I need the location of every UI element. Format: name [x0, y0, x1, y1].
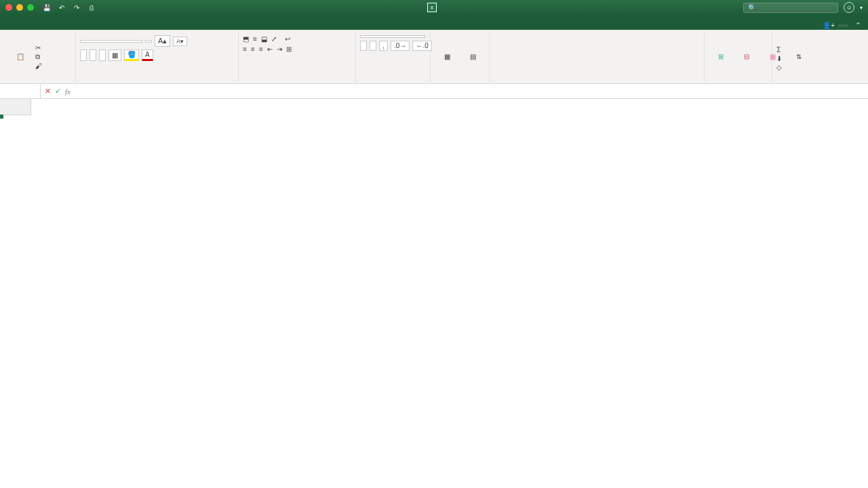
ribbon-group-clipboard: 📋 ✂ ⧉ 🖌: [4, 33, 76, 82]
feedback-icon[interactable]: ☺: [844, 2, 854, 13]
wrap-text-button[interactable]: ↩: [285, 35, 292, 43]
merge-center-button[interactable]: ⊞: [286, 45, 294, 53]
save-icon[interactable]: 💾: [42, 3, 52, 12]
decrease-font-button[interactable]: A▾: [173, 37, 187, 46]
clear-button[interactable]: ◇: [776, 64, 784, 71]
fill-button[interactable]: ⬇: [776, 55, 784, 62]
ribbon-group-editing: Σ ⬇ ◇ ⇅: [772, 33, 864, 82]
titlebar: 💾 ↶ ↷ ⎙ X 🔍 ☺ ▾: [0, 0, 868, 15]
increase-font-button[interactable]: A▴: [155, 35, 170, 47]
orientation-button[interactable]: ⤢: [271, 35, 277, 43]
align-bottom-button[interactable]: ⬓: [261, 35, 267, 43]
italic-button[interactable]: [90, 49, 96, 61]
align-center-button[interactable]: ≡: [251, 45, 255, 53]
ribbon-group-styles-buttons: ▦ ▤: [431, 33, 490, 82]
share-button[interactable]: [837, 24, 848, 27]
indent-increase-button[interactable]: ⇥: [277, 45, 282, 53]
cancel-formula-icon[interactable]: ✕: [45, 87, 51, 96]
insert-cells-button[interactable]: ⊞: [709, 45, 733, 68]
feedback-dropdown-icon[interactable]: ▾: [860, 5, 863, 11]
undo-icon[interactable]: ↶: [57, 3, 66, 12]
decrease-decimal-button[interactable]: ←.0: [412, 41, 431, 51]
print-icon[interactable]: ⎙: [87, 3, 96, 12]
number-format-select[interactable]: [360, 35, 425, 38]
bold-button[interactable]: [80, 49, 87, 61]
document-title: X: [427, 3, 441, 12]
sort-filter-button[interactable]: ⇅: [787, 45, 811, 68]
brush-icon: 🖌: [35, 62, 42, 70]
ribbon-group-cells: ⊞ ⊟ ▦: [705, 33, 772, 82]
sigma-icon: Σ: [776, 46, 781, 54]
name-box[interactable]: [0, 84, 41, 98]
percent-button[interactable]: [370, 41, 376, 51]
font-color-button[interactable]: A: [142, 49, 153, 61]
comma-button[interactable]: ,: [379, 41, 388, 51]
font-name-select[interactable]: [80, 40, 142, 43]
selection-outline: [0, 115, 3, 118]
window-controls: [5, 4, 34, 11]
increase-decimal-button[interactable]: .0→: [391, 41, 410, 51]
spreadsheet-grid[interactable]: [0, 99, 868, 488]
merge-icon: ⊞: [286, 45, 292, 53]
ribbon-tabs: 👤+ ⌃: [0, 15, 868, 30]
insert-icon: ⊞: [711, 47, 730, 66]
currency-button[interactable]: [360, 41, 367, 51]
border-button[interactable]: ▦: [108, 49, 121, 61]
excel-app-icon: X: [427, 3, 437, 12]
ribbon-group-cell-styles: [490, 33, 705, 82]
formula-bar: ✕ ✓ fx: [0, 84, 868, 99]
font-size-select[interactable]: [145, 40, 152, 43]
maximize-window-icon[interactable]: [27, 4, 34, 11]
share-user-icon: 👤+: [823, 22, 835, 29]
search-icon: 🔍: [748, 4, 756, 12]
select-all-corner[interactable]: [0, 99, 31, 115]
scissors-icon: ✂: [35, 44, 41, 52]
format-painter-button[interactable]: 🖌: [35, 62, 44, 70]
fill-color-button[interactable]: 🪣: [124, 49, 139, 61]
redo-icon[interactable]: ↷: [72, 3, 81, 12]
autosum-button[interactable]: Σ: [776, 46, 784, 54]
ribbon-collapse-icon[interactable]: ⌃: [855, 21, 861, 30]
search-sheet-box[interactable]: 🔍: [743, 3, 838, 13]
align-left-button[interactable]: ≡: [243, 45, 247, 53]
indent-decrease-button[interactable]: ⇤: [267, 45, 273, 53]
align-top-button[interactable]: ⬒: [243, 35, 249, 43]
ribbon-group-font: A▴ A▾ ▦ 🪣 A: [76, 33, 239, 82]
copy-icon: ⧉: [35, 53, 40, 61]
align-middle-button[interactable]: ≡: [253, 35, 257, 43]
close-window-icon[interactable]: [5, 4, 12, 11]
copy-button[interactable]: ⧉: [35, 53, 44, 61]
underline-button[interactable]: [99, 49, 106, 61]
paste-button[interactable]: 📋: [8, 45, 33, 68]
fx-icon[interactable]: fx: [65, 87, 71, 96]
delete-cells-button[interactable]: ⊟: [734, 45, 759, 68]
wrap-icon: ↩: [285, 35, 290, 43]
conditional-formatting-icon: ▦: [437, 47, 456, 66]
ribbon: 📋 ✂ ⧉ 🖌 A▴ A▾ ▦ 🪣: [0, 30, 868, 84]
delete-icon: ⊟: [737, 47, 756, 66]
eraser-icon: ◇: [776, 64, 782, 71]
format-as-table-button[interactable]: ▤: [460, 45, 485, 68]
sort-filter-icon: ⇅: [789, 47, 808, 66]
ribbon-group-alignment: ⬒ ≡ ⬓ ⤢ ↩ ≡ ≡ ≡ ⇤ ⇥ ⊞: [239, 33, 356, 82]
conditional-formatting-button[interactable]: ▦: [435, 45, 459, 68]
table-icon: ▤: [463, 47, 482, 66]
paste-icon: 📋: [11, 47, 30, 66]
fill-icon: ⬇: [776, 55, 782, 62]
enter-formula-icon[interactable]: ✓: [55, 87, 61, 96]
quick-access-toolbar: 💾 ↶ ↷ ⎙: [42, 3, 96, 12]
minimize-window-icon[interactable]: [16, 4, 23, 11]
cut-button[interactable]: ✂: [35, 44, 44, 52]
align-right-button[interactable]: ≡: [259, 45, 263, 53]
ribbon-group-number: , .0→ ←.0: [356, 33, 431, 82]
